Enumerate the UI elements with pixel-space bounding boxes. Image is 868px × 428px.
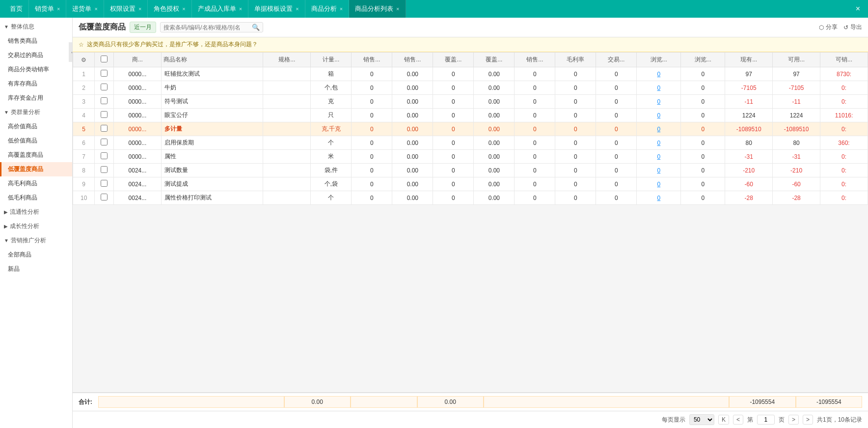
prev-page-button[interactable]: < bbox=[733, 415, 743, 425]
close-icon[interactable]: × bbox=[239, 6, 242, 12]
close-icon[interactable]: × bbox=[182, 6, 185, 12]
coverage1: 0 bbox=[433, 164, 474, 177]
close-icon[interactable]: × bbox=[296, 6, 298, 12]
row-checkbox[interactable] bbox=[101, 84, 108, 90]
product-spec bbox=[263, 150, 311, 164]
close-all-tabs-button[interactable]: × bbox=[852, 4, 864, 13]
nav-tab-analysis-list[interactable]: 商品分析列表 × bbox=[349, 0, 406, 18]
nav-tab-roles[interactable]: 角色授权 × bbox=[148, 0, 191, 18]
first-page-button[interactable]: K bbox=[718, 415, 729, 425]
coverage2: 0.00 bbox=[474, 95, 515, 109]
gross-rate: 0 bbox=[555, 95, 596, 109]
page-label: 第 bbox=[747, 416, 753, 424]
sidebar-section-marketing[interactable]: ▼ 营销推广分析 bbox=[0, 233, 72, 248]
sidebar-item-high-value[interactable]: 高价值商品 bbox=[0, 119, 72, 134]
row-checkbox[interactable] bbox=[101, 97, 108, 104]
row-checkbox[interactable] bbox=[101, 152, 108, 159]
sales-qty: 0 bbox=[352, 150, 392, 164]
product-name: 测试数量 bbox=[161, 164, 263, 177]
sidebar-collapse-button[interactable]: « bbox=[69, 42, 73, 62]
nav-tab-warehouse[interactable]: 产成品入库单 × bbox=[192, 0, 248, 18]
row-checkbox[interactable] bbox=[101, 166, 108, 173]
avail-stock-column-header[interactable]: 可用... bbox=[773, 53, 820, 67]
sales-amt: 0.00 bbox=[392, 164, 433, 177]
unit-column-header[interactable]: 计量... bbox=[311, 53, 352, 67]
page-number-input[interactable] bbox=[757, 415, 775, 425]
sidebar-section-overall[interactable]: ▼ 整体信息 bbox=[0, 20, 72, 34]
row-checkbox[interactable] bbox=[101, 194, 108, 200]
spec-column-header[interactable]: 规格... bbox=[263, 53, 311, 67]
sidebar-section-cluster[interactable]: ▼ 类群量分析 bbox=[0, 105, 72, 119]
product-code: 0000... bbox=[114, 109, 162, 122]
close-icon[interactable]: × bbox=[396, 6, 399, 12]
select-all-checkbox[interactable] bbox=[101, 56, 108, 62]
row-checkbox[interactable] bbox=[101, 180, 108, 187]
nav-tab-home[interactable]: 首页 bbox=[4, 0, 29, 18]
gross-rate: 0 bbox=[555, 109, 596, 122]
share-button[interactable]: ⬡ 分享 bbox=[819, 23, 838, 31]
sellable-column-header[interactable]: 可销... bbox=[820, 53, 868, 67]
row-checkbox[interactable] bbox=[101, 70, 108, 77]
sidebar-item-low-value[interactable]: 低价值商品 bbox=[0, 134, 72, 148]
export-button[interactable]: ↺ 导出 bbox=[843, 23, 862, 31]
nav-tab-analysis[interactable]: 商品分析 × bbox=[305, 0, 349, 18]
cov2-column-header[interactable]: 覆盖... bbox=[474, 53, 515, 67]
info-banner: ☆ 这类商品只有很少客户购买过，是推广不够，还是商品本身问题？ bbox=[73, 37, 868, 52]
checkbox-column-header bbox=[95, 53, 114, 67]
row-checkbox[interactable] bbox=[101, 125, 108, 132]
sidebar-item-high-coverage[interactable]: 高覆盖度商品 bbox=[0, 148, 72, 162]
search-icon[interactable]: 🔍 bbox=[252, 24, 260, 31]
settings-column-header[interactable]: ⚙ bbox=[73, 53, 95, 67]
name-column-header[interactable]: 商品名称 bbox=[161, 53, 263, 67]
close-icon[interactable]: × bbox=[138, 6, 141, 12]
search-input[interactable] bbox=[163, 24, 252, 31]
table-header-row: ⚙ 商... 商品名称 规格... 计量... 销售... 销售... 覆盖..… bbox=[73, 53, 868, 67]
sellable-stock: 0: bbox=[820, 191, 868, 205]
trade-column-header[interactable]: 交易... bbox=[596, 53, 637, 67]
close-icon[interactable]: × bbox=[94, 6, 97, 12]
sidebar-item-stock-fund[interactable]: 库存资金占用 bbox=[0, 91, 72, 105]
row-number: 3 bbox=[73, 95, 95, 109]
product-unit: 袋,件 bbox=[311, 164, 352, 177]
sellable-stock: 0: bbox=[820, 95, 868, 109]
close-icon[interactable]: × bbox=[340, 6, 343, 12]
browse2-column-header[interactable]: 浏览... bbox=[681, 53, 725, 67]
next-page-button[interactable]: > bbox=[788, 415, 799, 425]
filter-recent-month-button[interactable]: 近一月 bbox=[130, 22, 156, 33]
sidebar-item-traded-goods[interactable]: 交易过的商品 bbox=[0, 48, 72, 62]
coverage2: 0.00 bbox=[474, 191, 515, 205]
sidebar-item-all-goods[interactable]: 全部商品 bbox=[0, 248, 72, 262]
sidebar-item-high-profit[interactable]: 高毛利商品 bbox=[0, 176, 72, 191]
browse2: 0 bbox=[681, 67, 725, 81]
sidebar-item-new-goods[interactable]: 新品 bbox=[0, 262, 72, 276]
sidebar-item-low-profit[interactable]: 低毛利商品 bbox=[0, 191, 72, 205]
sales-qty-column-header[interactable]: 销售... bbox=[352, 53, 392, 67]
chevron-down-icon: ▼ bbox=[4, 24, 9, 29]
cov1-column-header[interactable]: 覆盖... bbox=[433, 53, 474, 67]
close-icon[interactable]: × bbox=[57, 6, 60, 12]
sidebar-section-liquidity[interactable]: ▶ 流通性分析 bbox=[0, 205, 72, 219]
sales-amt-column-header[interactable]: 销售... bbox=[392, 53, 433, 67]
row-checkbox[interactable] bbox=[101, 111, 108, 118]
sidebar-item-sales-goods[interactable]: 销售类商品 bbox=[0, 34, 72, 48]
browse1-column-header[interactable]: 浏览... bbox=[637, 53, 681, 67]
nav-tab-purchase[interactable]: 进货单 × bbox=[66, 0, 104, 18]
sidebar-item-in-stock[interactable]: 有库存商品 bbox=[0, 77, 72, 91]
sidebar-item-low-coverage[interactable]: 低覆盖度商品 bbox=[0, 162, 72, 176]
nav-tab-permissions[interactable]: 权限设置 × bbox=[104, 0, 148, 18]
browse1: 0 bbox=[637, 67, 681, 81]
data-table: ⚙ 商... 商品名称 规格... 计量... 销售... 销售... 覆盖..… bbox=[73, 52, 868, 205]
cur-stock-column-header[interactable]: 现有... bbox=[725, 53, 773, 67]
sidebar-item-category-rate[interactable]: 商品分类动销率 bbox=[0, 62, 72, 77]
gross-rate-column-header[interactable]: 毛利率 bbox=[555, 53, 596, 67]
sidebar-section-growth[interactable]: ▶ 成长性分析 bbox=[0, 219, 72, 233]
row-number: 5 bbox=[73, 122, 95, 136]
nav-tab-template[interactable]: 单据模板设置 × bbox=[248, 0, 305, 18]
page-size-select[interactable]: 50 10 20 100 bbox=[689, 414, 714, 425]
product-spec bbox=[263, 95, 311, 109]
code-column-header[interactable]: 商... bbox=[114, 53, 162, 67]
sales3-column-header[interactable]: 销售... bbox=[515, 53, 555, 67]
last-page-button[interactable]: > bbox=[803, 415, 813, 425]
nav-tab-sales[interactable]: 销货单 × bbox=[29, 0, 66, 18]
row-checkbox[interactable] bbox=[101, 139, 108, 145]
